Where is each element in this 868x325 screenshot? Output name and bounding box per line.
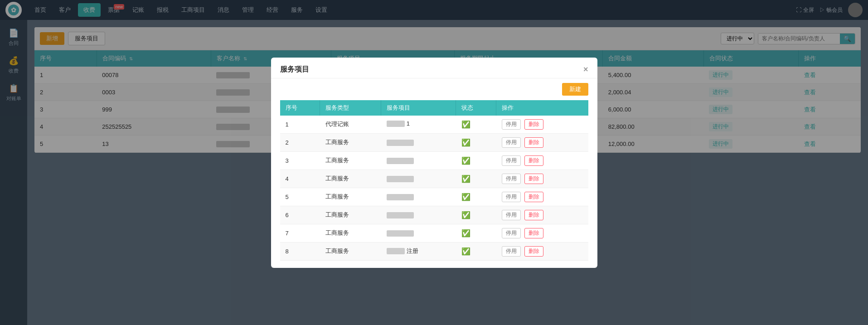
- modal-body: 序号 服务类型 服务项目 状态 操作 1 代理记账 1 ✅ 停用 删除 2 工商…: [271, 100, 597, 268]
- stop-button[interactable]: 停用: [502, 192, 521, 202]
- stop-button[interactable]: 停用: [502, 246, 521, 257]
- status-check-icon: ✅: [461, 193, 470, 201]
- modal-cell-status: ✅: [456, 170, 496, 188]
- modal-cell-type: 代理记账: [320, 116, 381, 134]
- list-item: 5 工商服务 ✅ 停用 删除: [280, 188, 588, 206]
- list-item: 6 工商服务 ✅ 停用 删除: [280, 206, 588, 224]
- status-check-icon: ✅: [461, 157, 470, 165]
- modal-cell-index: 8: [280, 242, 320, 260]
- modal-cell-project: 1: [381, 116, 456, 134]
- delete-button[interactable]: 删除: [524, 210, 543, 220]
- list-item: 3 工商服务 ✅ 停用 删除: [280, 151, 588, 170]
- modal-close-button[interactable]: ×: [583, 65, 588, 73]
- list-item: 8 工商服务 注册 ✅ 停用 删除: [280, 242, 588, 260]
- modal-cell-status: ✅: [456, 151, 496, 170]
- modal-cell-project: [381, 206, 456, 224]
- list-item: 1 代理记账 1 ✅ 停用 删除: [280, 116, 588, 134]
- stop-button[interactable]: 停用: [502, 228, 521, 238]
- modal-cell-project: [381, 224, 456, 242]
- delete-button[interactable]: 删除: [524, 174, 543, 184]
- modal-cell-status: ✅: [456, 224, 496, 242]
- modal-cell-action: 停用 删除: [496, 224, 588, 242]
- modal-cell-status: ✅: [456, 116, 496, 134]
- status-check-icon: ✅: [461, 175, 470, 183]
- modal-toolbar: 新建: [271, 78, 597, 100]
- stop-button[interactable]: 停用: [502, 137, 521, 148]
- modal-cell-index: 5: [280, 188, 320, 206]
- modal-cell-status: ✅: [456, 206, 496, 224]
- stop-button[interactable]: 停用: [502, 119, 521, 130]
- modal-cell-index: 2: [280, 133, 320, 151]
- modal-cell-status: ✅: [456, 242, 496, 260]
- modal-cell-type: 工商服务: [320, 188, 381, 206]
- stop-button[interactable]: 停用: [502, 210, 521, 220]
- status-check-icon: ✅: [461, 139, 470, 146]
- modal-col-status: 状态: [456, 100, 496, 116]
- modal-cell-index: 1: [280, 116, 320, 134]
- modal-col-action: 操作: [496, 100, 588, 116]
- modal-col-type: 服务类型: [320, 100, 381, 116]
- modal-cell-action: 停用 删除: [496, 133, 588, 151]
- status-check-icon: ✅: [461, 121, 470, 128]
- modal-cell-type: 工商服务: [320, 133, 381, 151]
- modal-cell-action: 停用 删除: [496, 188, 588, 206]
- list-item: 4 工商服务 ✅ 停用 删除: [280, 170, 588, 188]
- modal-cell-index: 7: [280, 224, 320, 242]
- modal-cell-status: ✅: [456, 133, 496, 151]
- modal-cell-project: [381, 133, 456, 151]
- service-modal: 服务项目 × 新建 序号 服务类型 服务项目 状态 操作 1 代理记账 1: [271, 58, 597, 268]
- service-items-table: 序号 服务类型 服务项目 状态 操作 1 代理记账 1 ✅ 停用 删除 2 工商…: [280, 100, 588, 261]
- modal-cell-type: 工商服务: [320, 170, 381, 188]
- modal-cell-index: 4: [280, 170, 320, 188]
- modal-col-index: 序号: [280, 100, 320, 116]
- modal-overlay[interactable]: 服务项目 × 新建 序号 服务类型 服务项目 状态 操作 1 代理记账 1: [0, 0, 868, 325]
- modal-cell-action: 停用 删除: [496, 170, 588, 188]
- delete-button[interactable]: 删除: [524, 137, 543, 148]
- modal-cell-index: 6: [280, 206, 320, 224]
- stop-button[interactable]: 停用: [502, 174, 521, 184]
- delete-button[interactable]: 删除: [524, 192, 543, 202]
- modal-cell-status: ✅: [456, 188, 496, 206]
- delete-button[interactable]: 删除: [524, 155, 543, 166]
- modal-title: 服务项目: [280, 65, 309, 74]
- status-check-icon: ✅: [461, 247, 470, 255]
- modal-cell-action: 停用 删除: [496, 242, 588, 260]
- modal-cell-action: 停用 删除: [496, 206, 588, 224]
- modal-cell-type: 工商服务: [320, 224, 381, 242]
- modal-new-button[interactable]: 新建: [562, 83, 588, 96]
- list-item: 2 工商服务 ✅ 停用 删除: [280, 133, 588, 151]
- status-check-icon: ✅: [461, 229, 470, 237]
- modal-cell-action: 停用 删除: [496, 151, 588, 170]
- modal-cell-project: [381, 151, 456, 170]
- status-check-icon: ✅: [461, 211, 470, 219]
- modal-cell-type: 工商服务: [320, 151, 381, 170]
- modal-header: 服务项目 ×: [271, 58, 597, 78]
- stop-button[interactable]: 停用: [502, 155, 521, 166]
- delete-button[interactable]: 删除: [524, 228, 543, 238]
- modal-cell-index: 3: [280, 151, 320, 170]
- delete-button[interactable]: 删除: [524, 246, 543, 257]
- list-item: 7 工商服务 ✅ 停用 删除: [280, 224, 588, 242]
- modal-cell-type: 工商服务: [320, 242, 381, 260]
- modal-cell-project: 注册: [381, 242, 456, 260]
- delete-button[interactable]: 删除: [524, 119, 543, 130]
- modal-col-project: 服务项目: [381, 100, 456, 116]
- modal-cell-action: 停用 删除: [496, 116, 588, 134]
- modal-cell-project: [381, 170, 456, 188]
- modal-cell-project: [381, 188, 456, 206]
- modal-cell-type: 工商服务: [320, 206, 381, 224]
